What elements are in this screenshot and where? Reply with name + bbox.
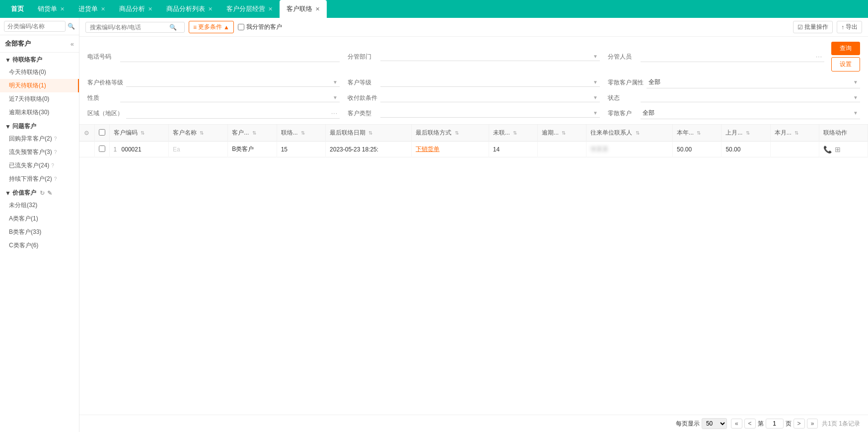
phone-action-icon[interactable]: 📞	[823, 145, 832, 153]
next-page-btn[interactable]: >	[794, 419, 805, 429]
col-current-year[interactable]: 本年... ⇅	[673, 125, 722, 142]
pending-contact-group-header[interactable]: ▼ 待联络客户	[0, 53, 79, 66]
sidebar-item-ungrouped[interactable]: 未分组(32)	[0, 199, 79, 212]
col-settings[interactable]: ⚙	[79, 125, 94, 142]
sidebar-item-a-class[interactable]: A类客户(1)	[0, 212, 79, 225]
sidebar-item-today-contact[interactable]: 今天待联络(0)	[0, 66, 79, 79]
more-conditions-btn[interactable]: ≡ 更多条件 ▲	[189, 21, 234, 33]
sidebar-search-icon[interactable]: 🔍	[68, 23, 75, 30]
sidebar-item-c-class[interactable]: C类客户(6)	[0, 239, 79, 252]
row-last-month: 50.00	[725, 146, 740, 153]
problem-customers-group-header[interactable]: ▼ 问题客户	[0, 119, 79, 132]
collapse-sidebar-icon[interactable]: «	[71, 40, 74, 48]
col-code[interactable]: 客户编码 ⇅	[109, 125, 168, 142]
nav-home[interactable]: 首页	[4, 0, 31, 18]
row-current-year-cell: 50.00	[673, 142, 722, 157]
col-checkbox[interactable]	[94, 125, 109, 142]
col-current-month[interactable]: 本月... ⇅	[770, 125, 819, 142]
col-customer-type[interactable]: 客户... ⇅	[228, 125, 277, 142]
my-customers-checkbox[interactable]	[238, 24, 244, 30]
sort-contact-count-icon: ⇅	[301, 130, 305, 136]
sidebar-item-overdue-contact[interactable]: 逾期未联络(30)	[0, 106, 79, 119]
col-last-contact-date[interactable]: 最后联络日期 ⇅	[326, 125, 412, 142]
batch-operation-btn[interactable]: ☑ 批量操作	[793, 21, 833, 33]
row-contact-count-cell: 15	[277, 142, 325, 157]
gender-select[interactable]: ▼	[120, 93, 340, 102]
close-customer-segmentation-icon[interactable]: ✕	[268, 6, 273, 12]
filter-search-box[interactable]: 🔍	[85, 22, 185, 33]
prev-page-btn[interactable]: <	[744, 419, 756, 429]
help-icon-1[interactable]: ?	[54, 149, 57, 155]
close-purchase-icon[interactable]: ✕	[101, 6, 105, 12]
filter-search-input[interactable]	[90, 24, 169, 31]
price-grade-select[interactable]: ▼	[126, 78, 340, 87]
page-input[interactable]	[766, 419, 784, 429]
row-current-month-cell	[770, 142, 819, 157]
refresh-icon[interactable]: ↻	[40, 190, 45, 197]
row-last-contact-method-cell[interactable]: 下销货单	[412, 142, 489, 157]
sidebar-item-repurchase-abnormal[interactable]: 回购异常客户(2) ?	[0, 132, 79, 145]
table-settings-icon[interactable]: ⚙	[84, 130, 89, 137]
status-select[interactable]: ▼	[641, 93, 860, 102]
row-last-contact-date: 2023-05-23 18:25:	[330, 146, 378, 153]
last-page-btn[interactable]: »	[807, 419, 818, 429]
select-all-checkbox[interactable]	[99, 129, 105, 136]
row-checkbox-cell[interactable]	[94, 142, 109, 157]
sidebar-item-b-class[interactable]: B类客户(33)	[0, 225, 79, 239]
sidebar-item-churn-warning[interactable]: 流失预警客户(3) ?	[0, 145, 79, 159]
nav-sales[interactable]: 销货单 ✕	[31, 0, 72, 18]
col-uncontacted[interactable]: 未联... ⇅	[489, 125, 537, 142]
filter-search-icon[interactable]: 🔍	[169, 24, 177, 31]
payment-label: 收付款条件	[348, 94, 377, 102]
nav-goods-analysis-list[interactable]: 商品分析列表 ✕	[159, 0, 219, 18]
gender-chevron-icon: ▼	[333, 95, 338, 100]
close-goods-analysis-list-icon[interactable]: ✕	[208, 6, 213, 12]
nav-purchase[interactable]: 进货单 ✕	[72, 0, 112, 18]
nav-goods-analysis[interactable]: 商品分析 ✕	[112, 0, 159, 18]
help-icon-0[interactable]: ?	[54, 136, 57, 142]
close-customer-contact-icon[interactable]: ✕	[315, 6, 320, 12]
sidebar-item-declining[interactable]: 持续下滑客户(2) ?	[0, 172, 79, 186]
row-checkbox[interactable]	[99, 145, 105, 152]
sidebar-search-input[interactable]	[4, 21, 66, 32]
sidebar-item-7days-contact[interactable]: 近7天待联络(0)	[0, 92, 79, 106]
col-last-month[interactable]: 上月... ⇅	[722, 125, 770, 142]
sort-person-icon: ⇅	[636, 130, 640, 136]
region-dots-icon: ···	[331, 110, 338, 117]
close-sales-icon[interactable]: ✕	[60, 6, 65, 12]
payment-select[interactable]: ▼	[380, 93, 600, 102]
value-customers-group-header[interactable]: ▼ 价值客户 ↻ ✎	[0, 186, 79, 199]
col-contact-count[interactable]: 联络... ⇅	[277, 125, 325, 142]
col-overdue[interactable]: 逾期... ⇅	[538, 125, 586, 142]
region-select[interactable]: ···	[126, 108, 340, 119]
dept-select[interactable]: ▼	[380, 52, 600, 61]
first-page-btn[interactable]: «	[731, 419, 742, 429]
help-icon-3[interactable]: ?	[54, 176, 57, 182]
col-contact-person[interactable]: 往来单位联系人 ⇅	[586, 125, 673, 142]
close-goods-analysis-icon[interactable]: ✕	[148, 6, 152, 12]
retail-attr-select[interactable]: 全部 ▼	[647, 76, 860, 88]
customer-type-select[interactable]: ▼	[380, 109, 600, 118]
row-last-contact-method[interactable]: 下销货单	[416, 145, 439, 152]
help-icon-2[interactable]: ?	[51, 163, 54, 168]
manager-select[interactable]: ···	[641, 52, 824, 62]
per-page-select[interactable]: 50 100 200	[702, 418, 727, 429]
col-name[interactable]: 客户名称 ⇅	[168, 125, 227, 142]
grid-action-icon[interactable]: ⊞	[835, 145, 841, 153]
edit-icon[interactable]: ✎	[47, 190, 52, 197]
set-btn[interactable]: 设置	[831, 57, 860, 72]
nav-customer-contact[interactable]: 客户联络 ✕	[280, 0, 327, 18]
nav-customer-segmentation[interactable]: 客户分层经营 ✕	[219, 0, 280, 18]
customer-grade-select[interactable]: ▼	[380, 78, 600, 87]
col-last-contact-method[interactable]: 最后联络方式 ⇅	[412, 125, 489, 142]
export-btn[interactable]: ↑ 导出	[837, 21, 862, 33]
phone-input[interactable]	[120, 52, 340, 62]
sidebar-item-tomorrow-contact[interactable]: 明天待联络(1)	[0, 79, 79, 92]
my-customers-checkbox-area[interactable]: 我分管的客户	[238, 23, 282, 31]
page-unit: 页	[786, 420, 792, 428]
sort-uncontacted-icon: ⇅	[513, 130, 517, 136]
retail-customer-select[interactable]: 全部 ▼	[641, 107, 860, 119]
query-btn[interactable]: 查询	[831, 42, 860, 55]
sidebar-item-churned[interactable]: 已流失客户(24) ?	[0, 159, 79, 172]
sidebar-all-customers[interactable]: 全部客户 «	[0, 35, 79, 53]
